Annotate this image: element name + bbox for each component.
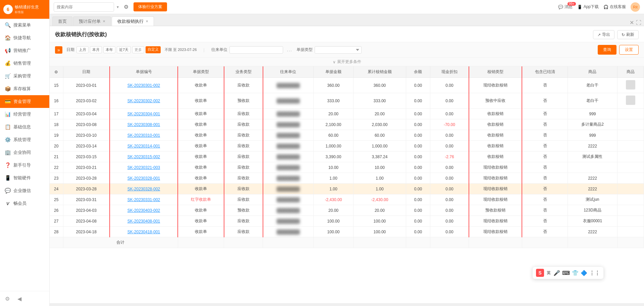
tab-pending[interactable]: 预计应付单 ✕ [73,16,111,26]
horizontal-scrollbar[interactable] [50,303,644,306]
filter-date-thisyear[interactable]: 本年 [103,46,115,53]
doc-link[interactable]: SK-20230308-001 [127,122,160,127]
sidebar-item-search[interactable]: 🔍 搜索菜单 [0,19,49,32]
col-header-singleno[interactable]: 单据编号 [110,66,178,78]
table-row: 182023-03-08SK-20230308-001收款单应收款███████… [50,119,644,130]
table-cell[interactable]: SK-20230302-002 [110,93,178,109]
filter-date-lastmonth[interactable]: 上月 [76,46,89,53]
filter-date-more[interactable]: 更多 [132,46,144,53]
table-cell[interactable]: SK-20230314-001 [110,141,178,151]
filter-custom-tag[interactable]: 自定义 [146,46,161,53]
table-cell: 0.00 [406,151,430,162]
mic-icon[interactable]: 🎤 [553,270,560,276]
tab-pending-close[interactable]: ✕ [103,19,105,23]
tab-collection[interactable]: 收款核销执行 ✕ [112,16,154,26]
refresh-icon: ↻ [622,33,625,37]
doc-link[interactable]: SK-20230328-001 [127,176,160,181]
doc-link[interactable]: SK-20230321-003 [127,165,160,170]
doc-link[interactable]: SK-20230315-002 [127,155,160,159]
col-header-writetype[interactable]: 核销类型 [469,66,522,78]
sidebar-item-basic[interactable]: 📋 基础信息 [0,121,49,133]
table-cell[interactable]: SK-20230321-003 [110,162,178,173]
tab-collection-close[interactable]: ✕ [146,19,148,23]
table-cell[interactable]: SK-20230403-002 [110,205,178,216]
table-cell[interactable]: SK-20230418-001 [110,227,178,237]
filter-doctype-select[interactable] [315,46,362,54]
doc-link[interactable]: SK-20230331-002 [127,197,160,202]
doc-link[interactable]: SK-20230408-001 [127,219,160,224]
user-avatar[interactable]: Rit [631,2,640,12]
apps-icon[interactable]: ⋮⋮ [589,270,600,276]
doc-link[interactable]: SK-20230302-002 [127,99,160,103]
doc-link[interactable]: SK-20230328-002 [127,187,160,191]
col-header-includeclear[interactable]: 包含已结清 [522,66,568,78]
sidebar-item-inventory[interactable]: 📦 库存核算 [0,82,49,95]
doc-link[interactable]: SK-20230314-001 [127,144,160,148]
sidebar-item-system[interactable]: ⚙️ 系统管理 [0,133,49,146]
col-header-singletype[interactable]: 单据类型 [178,66,224,78]
sidebar-item-member[interactable]: V 畅会员 [0,197,49,210]
sidebar-item-purchase[interactable]: 🛒 采购管理 [0,70,49,82]
col-header-partner[interactable]: 往来单位 [263,66,314,78]
tab-fullscreen-icon[interactable]: ⛶ [636,20,641,26]
filter-more-dots[interactable]: ... [287,48,292,52]
table-cell[interactable]: SK-20230301-002 [110,78,178,93]
doc-link[interactable]: SK-20230418-001 [127,230,160,234]
app-download-item[interactable]: 📱 App下载 [577,4,599,10]
table-cell[interactable]: SK-20230310-001 [110,130,178,141]
col-header-cumwrite[interactable]: 累计核销金额 [354,66,406,78]
service-item[interactable]: 🎧 在线客服 [603,4,626,10]
col-header-balance[interactable]: 余额 [406,66,430,78]
table-cell[interactable]: SK-20230328-002 [110,184,178,194]
tab-home[interactable]: 首页 [52,16,72,26]
col-header-gear[interactable]: ⚙ [50,66,63,78]
sidebar-item-sales[interactable]: 💰 销售管理 [0,57,49,70]
sidebar-item-operations[interactable]: 📊 经营管理 [0,108,49,121]
sidebar-item-wechat[interactable]: 💬 企业微信 [0,184,49,197]
diamond-icon[interactable]: 🔷 [581,270,587,276]
solution-button[interactable]: 体验行业方案 [133,2,167,11]
export-button[interactable]: ↗ 导出 [593,30,614,39]
col-header-amount[interactable]: 单据金额 [313,66,353,78]
filter-date-thismonth[interactable]: 本月 [90,46,102,53]
query-button[interactable]: 查询 [598,45,616,55]
topbar-dropdown-arrow[interactable]: ▾ [117,5,119,9]
sidebar-item-enterprise[interactable]: 🏢 企业协同 [0,146,49,159]
table-cell[interactable]: SK-20230331-002 [110,194,178,205]
expand-more-bar[interactable]: ∨ 展开更多条件 [50,58,644,66]
sidebar-item-guide[interactable]: ❓ 新手引导 [0,159,49,172]
setting-button[interactable]: 设置 [619,45,639,55]
doc-link[interactable]: SK-20230301-002 [127,83,160,88]
filter-partner-input[interactable] [229,46,283,54]
sidebar-item-finance[interactable]: 💳 资金管理 [0,95,49,108]
table-cell[interactable]: SK-20230315-002 [110,151,178,162]
sidebar-item-quicknav[interactable]: 🏠 快捷导航 [0,32,49,44]
sidebar-item-marketing[interactable]: 📢 营销推广 [0,44,49,57]
refresh-button[interactable]: ↻ 刷新 [617,30,639,39]
topbar-search-input[interactable] [54,2,114,12]
table-cell[interactable]: SK-20230328-001 [110,173,178,184]
col-header-biztype[interactable]: 业务类型 [224,66,263,78]
col-header-goods[interactable]: 商品 [568,66,617,78]
doc-link[interactable]: SK-20230304-001 [127,112,160,116]
message-item[interactable]: 💬 消息 99+ [558,4,573,10]
table-cell: 123D商品 [568,205,617,216]
tab-close-all-icon[interactable]: ✕ [630,19,634,26]
topbar-gear-button[interactable]: ⚙ [121,2,131,12]
doc-link[interactable]: SK-20230310-001 [127,133,160,138]
col-header-goods-thumb[interactable]: 商品 [617,66,644,78]
sidebar-gear-button[interactable]: ⚙ [3,294,12,303]
table-cell[interactable]: SK-20230308-001 [110,119,178,130]
doc-link[interactable]: SK-20230403-002 [127,208,160,213]
col-header-cashdiscount[interactable]: 现金折扣 [430,66,469,78]
filter-date-7days[interactable]: 近7天 [117,46,131,53]
table-cell [617,130,644,141]
table-cell[interactable]: SK-20230408-001 [110,216,178,227]
filter-expand-button[interactable]: » [55,46,62,54]
col-header-date[interactable]: 日期 [63,66,110,78]
keyboard-icon[interactable]: ⌨ [562,270,570,276]
sidebar-collapse-button[interactable]: ◀ [15,294,24,303]
shirt-icon[interactable]: 👕 [572,270,579,276]
table-cell[interactable]: SK-20230304-001 [110,109,178,119]
sidebar-item-hardware[interactable]: 📱 智能硬件 [0,172,49,184]
